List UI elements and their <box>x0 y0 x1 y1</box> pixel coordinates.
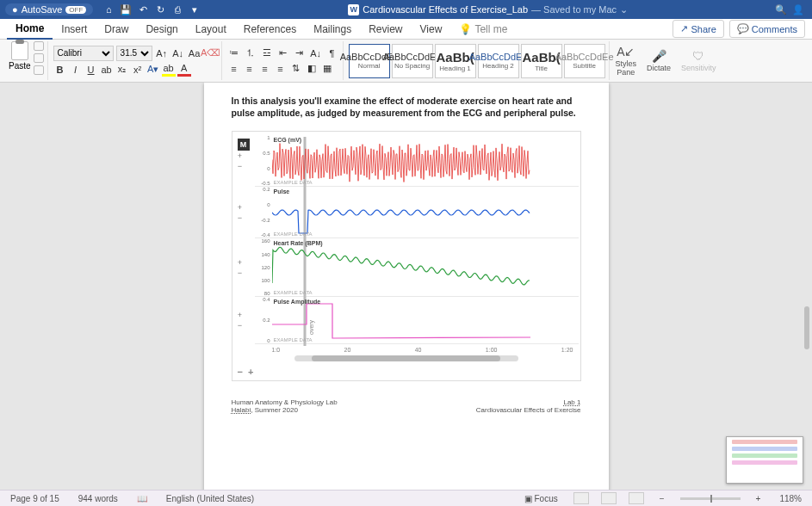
sort-icon[interactable]: A↓ <box>309 46 323 60</box>
numbering-icon[interactable]: ⒈ <box>244 46 257 60</box>
text-effects-icon[interactable]: A▾ <box>146 63 160 77</box>
title-chevron-icon[interactable]: ⌄ <box>620 4 628 15</box>
chevron-down-icon[interactable]: ▾ <box>188 4 201 15</box>
sensitivity-button[interactable]: 🛡Sensitivity <box>677 49 721 72</box>
style-no-spacing[interactable]: AaBbCcDdEeNo Spacing <box>392 44 433 78</box>
borders-icon[interactable]: ▦ <box>320 62 334 76</box>
time-axis: 1:020401:001:20 <box>272 347 573 353</box>
strike-button[interactable]: ab <box>100 63 114 77</box>
line-spacing-icon[interactable]: ⇅ <box>289 62 303 76</box>
example-data-watermark: EXAMPLE DATA <box>274 180 313 185</box>
paste-button[interactable]: Paste <box>9 41 31 71</box>
multilevel-icon[interactable]: ☲ <box>260 46 274 60</box>
home-icon[interactable]: ⌂ <box>102 4 115 15</box>
format-painter-icon[interactable] <box>34 65 44 75</box>
vertical-scrollbar[interactable] <box>803 83 811 490</box>
view-read-icon[interactable] <box>573 492 589 504</box>
chart-label: Heart Rate (BPM) <box>274 240 323 246</box>
zoom-out-icon[interactable]: − <box>238 367 243 377</box>
tab-mailings[interactable]: Mailings <box>305 20 360 39</box>
align-center-icon[interactable]: ≡ <box>243 62 257 76</box>
status-page[interactable]: Page 9 of 15 <box>7 494 63 503</box>
increase-indent-icon[interactable]: ⇥ <box>293 46 307 60</box>
style-subtitle[interactable]: AaBbCcDdEeSubtitle <box>564 44 605 78</box>
superscript-button[interactable]: x² <box>131 63 145 77</box>
search-icon[interactable]: 🔍 <box>774 4 788 15</box>
zoom-out-button[interactable]: − <box>656 494 668 503</box>
save-icon[interactable]: 💾 <box>119 4 133 15</box>
tab-home[interactable]: Home <box>7 19 53 40</box>
zoom-in-icon[interactable]: + <box>248 367 253 377</box>
copy-icon[interactable] <box>34 53 44 63</box>
tab-design[interactable]: Design <box>137 20 186 39</box>
subscript-button[interactable]: x₂ <box>115 63 129 77</box>
document-canvas[interactable]: In this analysis you'll examine the effe… <box>0 83 812 490</box>
align-right-icon[interactable]: ≡ <box>258 62 272 76</box>
status-language[interactable]: English (United States) <box>163 494 257 503</box>
account-icon[interactable]: 👤 <box>791 4 805 15</box>
example-data-watermark: EXAMPLE DATA <box>274 231 313 237</box>
styles-pane-button[interactable]: A↙Styles Pane <box>611 45 642 77</box>
decrease-indent-icon[interactable]: ⇤ <box>276 46 290 60</box>
chart-track-1: +−0.20-0.2-0.4PulseEXAMPLE DATA <box>255 187 579 238</box>
shading-icon[interactable]: ◧ <box>305 62 319 76</box>
align-left-icon[interactable]: ≡ <box>227 62 241 76</box>
track-zoom-in-icon[interactable]: + <box>236 203 245 212</box>
dictate-button[interactable]: 🎤Dictate <box>642 49 675 72</box>
share-button[interactable]: ↗ Share <box>673 20 723 38</box>
track-zoom-out-icon[interactable]: − <box>236 162 245 170</box>
autosave-toggle[interactable]: ●AutoSave OFF <box>5 3 93 15</box>
change-case-icon[interactable]: Aa <box>188 46 201 60</box>
document-page[interactable]: In this analysis you'll examine the effe… <box>204 83 609 490</box>
font-color-icon[interactable]: A <box>177 63 191 77</box>
styles-gallery[interactable]: AaBbCcDdEeNormalAaBbCcDdEeNo SpacingAaBb… <box>345 41 610 80</box>
ribbon: Paste Calibri 31.5 A↑ A↓ Aa A⌫ B I U ab … <box>0 40 812 83</box>
track-zoom-out-icon[interactable]: − <box>236 268 245 277</box>
intro-paragraph[interactable]: In this analysis you'll examine the effe… <box>232 95 581 119</box>
italic-button[interactable]: I <box>69 63 83 77</box>
track-zoom-out-icon[interactable]: − <box>236 321 245 330</box>
word-app-icon: W <box>348 4 359 15</box>
pilcrow-icon[interactable]: ¶ <box>325 46 339 60</box>
comments-button[interactable]: 💬 Comments <box>729 20 805 38</box>
clear-format-icon[interactable]: A⌫ <box>204 46 218 60</box>
tab-references[interactable]: References <box>235 20 305 39</box>
decrease-font-icon[interactable]: A↓ <box>171 46 185 60</box>
undo-icon[interactable]: ↶ <box>136 4 150 15</box>
chart-horizontal-scrollbar[interactable] <box>294 355 518 361</box>
increase-font-icon[interactable]: A↑ <box>155 46 169 60</box>
focus-mode-button[interactable]: ▣ Focus <box>521 494 561 503</box>
track-zoom-in-icon[interactable]: + <box>236 151 245 160</box>
view-print-icon[interactable] <box>601 492 617 504</box>
justify-icon[interactable]: ≡ <box>274 62 288 76</box>
track-zoom-in-icon[interactable]: + <box>236 258 245 267</box>
style-heading-2[interactable]: AaBbCcDdEeHeading 2 <box>478 44 519 78</box>
status-word-count[interactable]: 944 words <box>75 494 121 503</box>
chart-track-0: +−10.50-0.5ECG (mV)EXAMPLE DATA <box>255 135 579 187</box>
bullets-icon[interactable]: ≔ <box>227 46 241 60</box>
font-size-select[interactable]: 31.5 <box>116 46 152 61</box>
tab-review[interactable]: Review <box>360 20 411 39</box>
cut-icon[interactable] <box>34 41 44 51</box>
zoom-level[interactable]: 118% <box>776 494 805 503</box>
tab-insert[interactable]: Insert <box>53 20 96 39</box>
highlight-icon[interactable]: ab <box>162 63 176 77</box>
bold-button[interactable]: B <box>53 63 67 77</box>
zoom-slider[interactable] <box>680 497 741 500</box>
chart-label: ECG (mV) <box>274 137 302 143</box>
page-thumbnail[interactable] <box>726 436 803 484</box>
track-zoom-in-icon[interactable]: + <box>236 311 245 319</box>
underline-button[interactable]: U <box>84 63 98 77</box>
tab-view[interactable]: View <box>412 20 451 39</box>
spellcheck-icon[interactable]: 📖 <box>133 494 151 503</box>
print-icon[interactable]: ⎙ <box>170 4 184 15</box>
track-zoom-out-icon[interactable]: − <box>236 213 245 222</box>
footer-author: Halabi <box>232 406 251 414</box>
zoom-in-button[interactable]: + <box>753 494 765 503</box>
font-name-select[interactable]: Calibri <box>53 46 114 61</box>
tell-me[interactable]: 💡 Tell me <box>450 20 516 39</box>
view-web-icon[interactable] <box>629 492 644 504</box>
redo-icon[interactable]: ↻ <box>153 4 167 15</box>
tab-draw[interactable]: Draw <box>96 20 137 39</box>
tab-layout[interactable]: Layout <box>187 20 235 39</box>
